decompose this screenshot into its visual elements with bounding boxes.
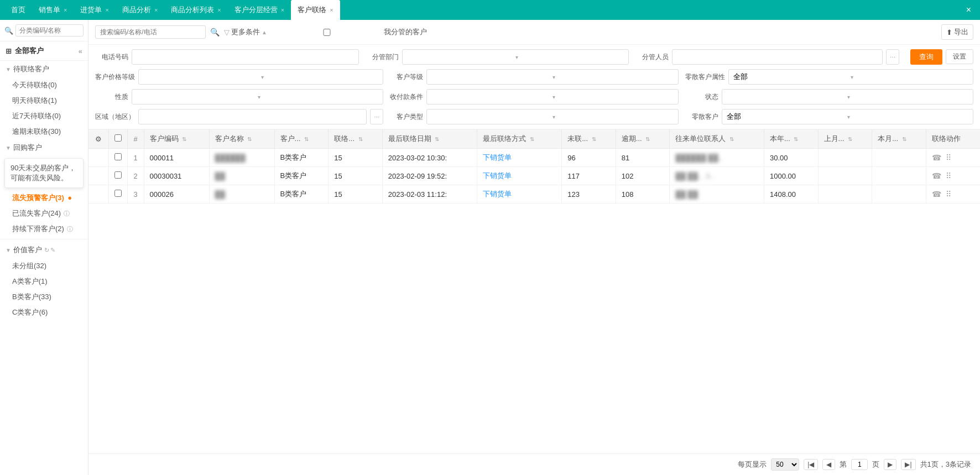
col-code[interactable]: 客户编码 ⇅ — [144, 129, 209, 149]
sidebar-item-declining[interactable]: 持续下滑客户(2) ⓘ — [0, 221, 88, 237]
col-not-contacted[interactable]: 未联... ⇅ — [562, 129, 616, 149]
sidebar-all-customers[interactable]: ⊞ 全部客户 « — [0, 41, 88, 61]
nav-item-sales[interactable]: 销售单 × — [32, 0, 74, 20]
col-unit-contact[interactable]: 往来单位联系人 ⇅ — [670, 129, 764, 149]
sidebar-group-pending[interactable]: ▼ 待联络客户 — [0, 61, 88, 77]
my-customers-checkbox[interactable]: 我分管的客户 — [272, 27, 427, 37]
row-last-contact-way-0[interactable]: 下销货单 — [477, 149, 562, 167]
sidebar-item-overdue-pending[interactable]: 逾期未联络(30) — [0, 124, 88, 139]
value-edit-icon[interactable]: ✎ — [50, 247, 55, 254]
churned-info-icon: ⓘ — [64, 210, 70, 217]
col-this-year[interactable]: 本年... ⇅ — [764, 129, 818, 149]
row-last-contact-way-1[interactable]: 下销货单 — [477, 167, 562, 185]
last-contact-way-link-2[interactable]: 下销货单 — [483, 190, 512, 198]
filter-nature-select[interactable]: ▾ — [132, 89, 383, 105]
nav-customer-contact-close[interactable]: × — [330, 7, 333, 13]
export-button[interactable]: ⬆ 导出 — [941, 24, 973, 40]
row-checkbox-1[interactable] — [114, 171, 122, 179]
settings-button[interactable]: 设置 — [946, 49, 973, 64]
filter-phone-input[interactable] — [132, 49, 359, 65]
col-name[interactable]: 客户名称 ⇅ — [209, 129, 274, 149]
nav-close-all[interactable]: × — [962, 5, 976, 15]
next-page-btn[interactable]: ▶ — [884, 459, 896, 470]
select-all-checkbox[interactable] — [114, 134, 122, 142]
last-contact-way-link-1[interactable]: 下销货单 — [483, 171, 512, 180]
sidebar-item-today-pending[interactable]: 今天待联络(0) — [0, 77, 88, 93]
row-last-contact-way-2[interactable]: 下销货单 — [477, 185, 562, 203]
sidebar-collapse-icon[interactable]: « — [79, 47, 82, 55]
search-button[interactable]: 🔍 — [210, 28, 220, 36]
action-more-icon-1[interactable]: ⠿ — [946, 171, 951, 180]
action-phone-icon-1[interactable]: ☎ — [932, 171, 941, 180]
nav-customer-tier-close[interactable]: × — [281, 7, 284, 13]
sidebar-item-tomorrow-pending[interactable]: 明天待联络(1) — [0, 93, 88, 108]
page-size-select[interactable]: 20 50 100 — [771, 458, 799, 471]
prev-page-btn[interactable]: ◀ — [822, 459, 835, 470]
nav-item-customer-tier[interactable]: 客户分层经营 × — [228, 0, 291, 20]
last-page-btn[interactable]: ▶| — [901, 459, 915, 470]
page-number-input[interactable] — [851, 459, 868, 470]
row-num-0: 1 — [127, 149, 144, 167]
sidebar-search-icon: 🔍 — [4, 27, 13, 35]
filter-person-input[interactable] — [672, 49, 883, 65]
col-last-month[interactable]: 上月... ⇅ — [818, 129, 872, 149]
sidebar-group-repurchase[interactable]: ▼ 回购客户 — [0, 139, 88, 156]
action-more-icon-2[interactable]: ⠿ — [946, 190, 951, 199]
nav-item-product-analysis[interactable]: 商品分析 × — [116, 0, 164, 20]
query-button[interactable]: 查询 — [910, 49, 942, 65]
nav-purchase-close[interactable]: × — [105, 7, 108, 13]
col-tier[interactable]: 客户... ⇅ — [274, 129, 329, 149]
filter-dept-select[interactable]: ▾ — [402, 49, 629, 65]
first-page-btn[interactable]: |◀ — [804, 459, 818, 470]
chevron-down-icon-3: ▾ — [552, 74, 674, 80]
sidebar-item-7day-pending[interactable]: 近7天待联络(0) — [0, 108, 88, 124]
col-this-month[interactable]: 本月... ⇅ — [872, 129, 926, 149]
filter-person-dots[interactable]: ··· — [886, 49, 899, 65]
sidebar-search-input[interactable] — [15, 24, 84, 36]
nav-item-home[interactable]: 首页 — [4, 0, 32, 20]
total-label: 共1页，3条记录 — [920, 460, 971, 469]
col-settings[interactable]: ⚙ — [88, 129, 108, 149]
search-input[interactable] — [95, 25, 206, 39]
last-contact-way-link-0[interactable]: 下销货单 — [483, 153, 512, 161]
col-last-contact-date[interactable]: 最后联络日期 ⇅ — [382, 129, 477, 149]
filter-customer-type-select[interactable]: ▾ — [426, 109, 678, 124]
action-phone-icon-0[interactable]: ☎ — [932, 153, 941, 162]
action-more-icon-0[interactable]: ⠿ — [946, 153, 951, 162]
sidebar-item-churned[interactable]: 已流失客户(24) ⓘ — [0, 206, 88, 221]
nav-sales-close[interactable]: × — [64, 7, 67, 13]
my-customers-check[interactable] — [272, 29, 382, 36]
filter-region-input[interactable] — [138, 109, 367, 124]
filter-customer-tier-select[interactable]: ▾ — [426, 69, 678, 85]
row-unit-contact-1: ██ ██... 3... — [670, 167, 764, 185]
sidebar-item-ungrouped[interactable]: 未分组(32) — [0, 258, 88, 274]
nav-product-analysis-list-close[interactable]: × — [217, 7, 221, 13]
sidebar-item-class-b[interactable]: B类客户(33) — [0, 289, 88, 305]
filter-region-dots[interactable]: ··· — [370, 109, 383, 124]
nav-item-product-analysis-list[interactable]: 商品分析列表 × — [164, 0, 227, 20]
col-overdue[interactable]: 逾期... ⇅ — [616, 129, 670, 149]
nav-product-analysis-close[interactable]: × — [154, 7, 158, 13]
arrow-down-icon-3: ▼ — [6, 247, 11, 253]
value-refresh-icon[interactable]: ↻ — [44, 247, 49, 254]
action-phone-icon-2[interactable]: ☎ — [932, 190, 941, 199]
sidebar-item-class-a[interactable]: A类客户(1) — [0, 274, 88, 289]
sidebar-group-value[interactable]: ▼ 价值客户 ↻ ✎ — [0, 242, 88, 258]
sidebar-item-class-c[interactable]: C类客户(6) — [0, 305, 88, 320]
filter-status-select[interactable]: ▾ — [722, 89, 973, 105]
row-checkbox-cell-1 — [108, 167, 127, 185]
nav-item-purchase[interactable]: 进货单 × — [74, 0, 115, 20]
filter-price-tier-select[interactable]: ▾ — [138, 69, 383, 85]
col-contact[interactable]: 联络... ⇅ — [329, 129, 383, 149]
sidebar-item-churn-warning[interactable]: 流失预警客户(3) ● — [0, 190, 88, 206]
col-last-contact-way[interactable]: 最后联络方式 ⇅ — [477, 129, 562, 149]
sidebar-group-pending-label: 待联络客户 — [13, 64, 49, 74]
row-checkbox-0[interactable] — [114, 153, 122, 160]
more-conditions-btn[interactable]: ▽ 更多条件 ▲ — [224, 27, 267, 37]
filter-zero-attr-select[interactable]: 全部 ▾ — [728, 69, 973, 85]
filter-zero-customer-select[interactable]: 全部 ▾ — [722, 109, 973, 124]
row-checkbox-2[interactable] — [114, 190, 122, 197]
nav-item-customer-contact[interactable]: 客户联络 × — [291, 0, 340, 20]
filter-payment-select[interactable]: ▾ — [426, 89, 678, 105]
export-icon: ⬆ — [946, 28, 952, 36]
